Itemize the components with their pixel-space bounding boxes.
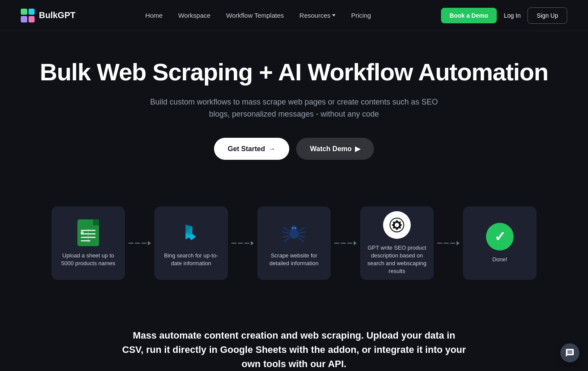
nav-resources[interactable]: Resources bbox=[300, 12, 336, 19]
bottom-title: Mass automate content creation and web s… bbox=[121, 328, 467, 371]
book-demo-button[interactable]: Book a Demo bbox=[441, 8, 497, 23]
hero-buttons: Get Started → Watch Demo ▶ bbox=[21, 138, 567, 160]
svg-line-12 bbox=[284, 228, 290, 231]
svg-point-10 bbox=[292, 227, 294, 229]
nav-links: Home Workspace Workflow Templates Resour… bbox=[145, 12, 371, 19]
spider-icon bbox=[280, 219, 308, 247]
watch-demo-button[interactable]: Watch Demo ▶ bbox=[296, 138, 374, 160]
arrow-4 bbox=[434, 241, 463, 245]
workflow-card-scrape: Scrape website for detailed information bbox=[257, 206, 331, 280]
openai-icon bbox=[383, 211, 411, 239]
svg-line-14 bbox=[284, 235, 290, 237]
login-button[interactable]: Log In bbox=[504, 12, 521, 19]
bing-icon bbox=[177, 219, 205, 247]
logo[interactable]: BulkGPT bbox=[21, 9, 75, 22]
svg-line-19 bbox=[298, 238, 304, 241]
svg-rect-1 bbox=[93, 219, 99, 225]
workflow-card-gpt-label: GPT write SEO product description based … bbox=[367, 244, 427, 276]
nav-workspace[interactable]: Workspace bbox=[178, 12, 211, 19]
svg-line-13 bbox=[283, 232, 290, 233]
get-started-button[interactable]: Get Started → bbox=[214, 138, 289, 160]
nav-actions: Book a Demo Log In Sign Up bbox=[441, 7, 567, 24]
logo-dot-1 bbox=[21, 9, 27, 15]
logo-dot-4 bbox=[29, 16, 35, 22]
workflow-card-done: ✓ Done! bbox=[463, 206, 537, 280]
signup-button[interactable]: Sign Up bbox=[527, 7, 567, 24]
workflow-card-done-label: Done! bbox=[492, 256, 508, 263]
done-icon: ✓ bbox=[486, 223, 514, 251]
checkmark-icon: ✓ bbox=[494, 228, 506, 245]
workflow-card-gpt: GPT write SEO product description based … bbox=[360, 206, 434, 280]
sheets-icon: ⊞ bbox=[74, 219, 102, 247]
logo-icon bbox=[21, 9, 35, 22]
arrow-2 bbox=[228, 241, 257, 245]
resources-chevron-icon bbox=[332, 14, 336, 16]
hero-title: Bulk Web Scraping + AI Workflow Automati… bbox=[21, 59, 567, 86]
logo-dot-3 bbox=[21, 16, 27, 22]
nav-resources-label: Resources bbox=[300, 12, 331, 19]
play-icon: ▶ bbox=[355, 145, 360, 153]
svg-point-9 bbox=[291, 225, 297, 231]
navbar: BulkGPT Home Workspace Workflow Template… bbox=[0, 0, 588, 31]
logo-text: BulkGPT bbox=[39, 10, 75, 20]
watch-demo-label: Watch Demo bbox=[310, 145, 352, 153]
svg-point-22 bbox=[395, 223, 399, 227]
nav-home[interactable]: Home bbox=[145, 12, 163, 19]
chat-icon bbox=[565, 348, 575, 358]
arrow-3 bbox=[331, 241, 360, 245]
bottom-section: Mass automate content creation and web s… bbox=[0, 308, 588, 371]
svg-line-16 bbox=[298, 228, 304, 231]
svg-point-11 bbox=[294, 227, 296, 229]
workflow-card-upload-label: Upload a sheet up to 5000 products names bbox=[58, 252, 118, 267]
workflow-card-bing-label: Bing search for up-to-date information bbox=[161, 252, 221, 267]
svg-line-15 bbox=[284, 238, 290, 241]
arrow-1 bbox=[125, 241, 154, 245]
workflow-section: ⊞ Upload a sheet up to 5000 products nam… bbox=[0, 206, 588, 308]
svg-line-18 bbox=[298, 235, 304, 237]
hero-section: Bulk Web Scraping + AI Workflow Automati… bbox=[0, 31, 588, 206]
workflow-card-upload: ⊞ Upload a sheet up to 5000 products nam… bbox=[51, 206, 125, 280]
chat-bubble[interactable] bbox=[560, 343, 579, 362]
nav-workflow-templates[interactable]: Workflow Templates bbox=[226, 12, 284, 19]
arrow-icon: → bbox=[268, 145, 275, 153]
workflow-card-scrape-label: Scrape website for detailed information bbox=[264, 252, 324, 267]
nav-pricing[interactable]: Pricing bbox=[351, 12, 371, 19]
hero-subtitle: Build custom workflows to mass scrape we… bbox=[143, 96, 445, 121]
get-started-label: Get Started bbox=[228, 145, 265, 153]
logo-dot-2 bbox=[29, 9, 35, 15]
svg-line-17 bbox=[298, 232, 305, 233]
workflow-card-bing: Bing search for up-to-date information bbox=[154, 206, 228, 280]
svg-rect-6 bbox=[81, 240, 90, 241]
